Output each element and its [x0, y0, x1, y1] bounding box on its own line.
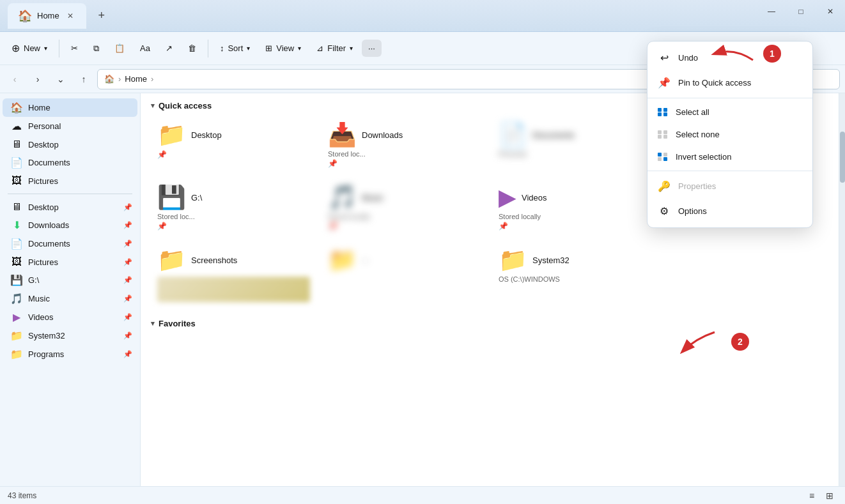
select-all-icon [658, 108, 668, 116]
videos-folder-pin: 📌 [499, 222, 508, 231]
menu-properties-label: Properties [678, 181, 716, 191]
view-icon: ⊞ [265, 43, 272, 53]
gx-folder-name: G:\ [191, 193, 202, 202]
downloads-folder-pin: 📌 [328, 159, 337, 168]
menu-item-options[interactable]: ⚙ Options [647, 199, 812, 224]
home-tab[interactable]: 🏠 Home ✕ [8, 3, 86, 29]
scrollbar-track[interactable] [839, 93, 845, 486]
paste-icon: 📋 [114, 43, 125, 53]
cut-button[interactable]: ✂ [65, 40, 84, 57]
view-button[interactable]: ⊞ View ▾ [259, 40, 307, 57]
documents-folder-icon: 📄 [499, 123, 527, 146]
close-button[interactable]: ✕ [816, 0, 845, 23]
rename-button[interactable]: Aa [134, 40, 157, 57]
sidebar-system32-label: System32 [28, 331, 65, 340]
folder-card-downloads[interactable]: 📥 Downloads Stored loc... 📌 [322, 117, 487, 174]
status-view-controls: ≡ ⊞ [804, 489, 837, 503]
desktop-pin-icon: 📌 [123, 203, 132, 211]
sidebar-item-documents-top[interactable]: 📄 Documents [3, 153, 137, 172]
sidebar-documents-label: Documents [28, 239, 70, 248]
paste-button[interactable]: 📋 [108, 40, 131, 57]
menu-item-pin[interactable]: 📌 Pin to Quick access [647, 70, 812, 95]
sidebar-downloads-label: Downloads [28, 220, 69, 230]
sidebar-item-pictures[interactable]: 🖼 Pictures 📌 [3, 253, 137, 271]
sidebar-sep [8, 194, 132, 194]
sidebar-programs-label: Programs [28, 349, 64, 359]
address-bar[interactable]: 🏠 › Home › [97, 69, 695, 89]
folder-card-documents[interactable]: 📄 Documents Personal [492, 117, 658, 174]
home-tab-close[interactable]: ✕ [65, 10, 76, 22]
delete-button[interactable]: 🗑 [182, 40, 203, 57]
music-icon: 🎵 [10, 293, 23, 305]
desktop-sidebar-icon-top: 🖥 [10, 139, 23, 150]
back-button[interactable]: ‹ [5, 70, 24, 89]
options-icon: ⚙ [658, 205, 671, 217]
select-none-icon [658, 130, 668, 139]
sidebar-item-gx[interactable]: 💾 G:\ 📌 [3, 271, 137, 289]
system32-folder-icon: 📁 [499, 248, 527, 271]
menu-item-select-none[interactable]: Select none [647, 123, 812, 146]
system32-folder-sub: OS (C:\)WINDOWS [499, 275, 560, 283]
folder-card-system32[interactable]: 📁 System32 OS (C:\)WINDOWS [492, 242, 658, 309]
programs-icon: 📁 [10, 348, 23, 360]
rename-icon: Aa [140, 43, 150, 53]
share-button[interactable]: ↗ [159, 40, 179, 57]
invert-icon [658, 153, 668, 161]
copy-icon: ⧉ [93, 43, 99, 54]
new-tab-button[interactable]: + [91, 6, 112, 26]
menu-sep-1 [647, 98, 812, 98]
sidebar-music-label: Music [28, 294, 50, 303]
list-view-button[interactable]: ≡ [804, 489, 819, 503]
recent-button[interactable]: ⌄ [51, 70, 70, 89]
sidebar-item-desktop[interactable]: 🖥 Desktop 📌 [3, 198, 137, 216]
sidebar-item-personal[interactable]: ☁ Personal [3, 117, 137, 135]
folder-card-screenshots[interactable]: 📁 Screenshots [151, 242, 316, 309]
grid-view-button[interactable]: ⊞ [822, 489, 837, 503]
menu-select-all-label: Select all [676, 107, 709, 117]
filter-button[interactable]: ⊿ Filter ▾ [310, 40, 359, 57]
status-bar: 43 items ≡ ⊞ [0, 486, 845, 504]
sidebar-item-home[interactable]: 🏠 Home [3, 98, 137, 117]
sidebar-item-downloads[interactable]: ⬇ Downloads 📌 [3, 216, 137, 234]
sidebar-item-documents[interactable]: 📄 Documents 📌 [3, 234, 137, 253]
scrollbar-thumb[interactable] [840, 132, 845, 183]
gx-folder-icon: 💾 [157, 186, 186, 209]
menu-item-select-all[interactable]: Select all [647, 101, 812, 123]
breadcrumb-home: Home [125, 74, 147, 84]
home-tab-icon: 🏠 [18, 9, 32, 23]
minimize-button[interactable]: — [757, 0, 786, 23]
favorites-chevron[interactable]: ▾ [151, 319, 155, 328]
folder-card-music[interactable]: 🎵 Music Stored locally 📌 [322, 179, 487, 237]
more-button[interactable]: ··· [362, 40, 382, 57]
maximize-button[interactable]: □ [786, 0, 816, 23]
sort-button[interactable]: ↕ Sort ▾ [213, 40, 256, 57]
sidebar-item-pictures-top[interactable]: 🖼 Pictures [3, 172, 137, 190]
title-bar-left: 🏠 Home ✕ + [8, 3, 112, 29]
new-chevron-icon: ▾ [44, 45, 47, 52]
menu-item-undo[interactable]: ↩ Undo [647, 45, 812, 70]
folder-card-blurred3[interactable]: 📁 ··· [322, 242, 487, 309]
folder-card-gx[interactable]: 💾 G:\ Stored loc... 📌 [151, 179, 316, 237]
folder-card-desktop[interactable]: 📁 Desktop 📌 [151, 117, 316, 174]
sidebar-item-music[interactable]: 🎵 Music 📌 [3, 289, 137, 308]
music-folder-icon: 🎵 [328, 186, 357, 209]
quick-access-chevron[interactable]: ▾ [151, 102, 155, 110]
sidebar-item-videos[interactable]: ▶ Videos 📌 [3, 308, 137, 326]
menu-item-invert[interactable]: Invert selection [647, 146, 812, 168]
menu-sep-2 [647, 171, 812, 171]
programs-pin-icon: 📌 [123, 350, 132, 358]
sidebar-desktop-label: Desktop [28, 202, 59, 212]
new-button[interactable]: ⊕ New ▾ [5, 38, 54, 58]
copy-button[interactable]: ⧉ [87, 40, 105, 57]
sidebar-item-desktop-top[interactable]: 🖥 Desktop [3, 135, 137, 153]
home-tab-title: Home [37, 11, 59, 20]
sidebar-item-programs[interactable]: 📁 Programs 📌 [3, 345, 137, 363]
sidebar-item-system32[interactable]: 📁 System32 📌 [3, 326, 137, 345]
up-button[interactable]: ↑ [74, 70, 93, 89]
filter-chevron-icon: ▾ [350, 45, 353, 52]
folder-card-videos[interactable]: ▶ Videos Stored locally 📌 [492, 179, 658, 237]
forward-button[interactable]: › [28, 70, 47, 89]
documents-sidebar-icon-top: 📄 [10, 157, 23, 169]
sidebar-pictures-top-label: Pictures [28, 176, 58, 186]
videos-icon: ▶ [10, 311, 23, 323]
